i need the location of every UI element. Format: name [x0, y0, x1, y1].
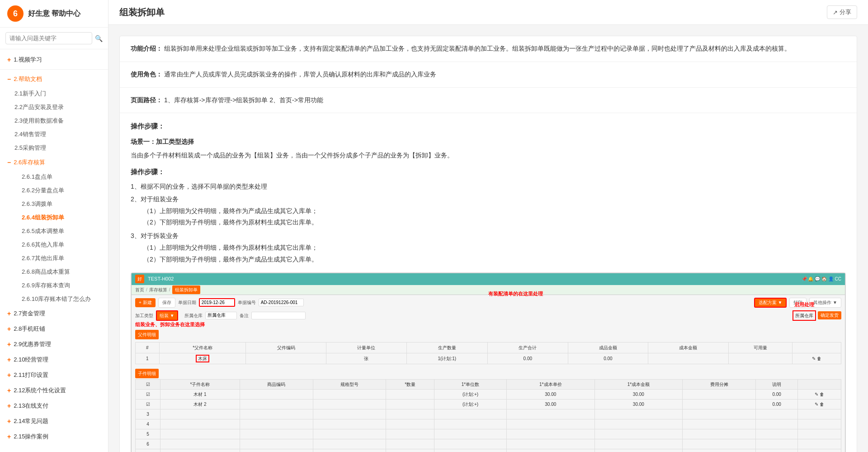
main-content: 组装拆卸单 ↗ 分享 功能介绍： 组装拆卸单用来处理企业组装或拆卸等加工业务，支…: [108, 0, 868, 452]
intro-label: 功能介绍：: [131, 45, 162, 52]
mock-sth-note: 说明: [756, 379, 798, 389]
nav-item-label: 2.6库存核算: [14, 158, 45, 167]
table-row: 6: [136, 439, 841, 449]
plus-icon-8: +: [7, 387, 11, 394]
sidebar-item-finance[interactable]: + 2.7资金管理: [0, 306, 108, 321]
mock-th-code: 父件编码: [246, 342, 326, 353]
mock-th-qty: 生产数量: [406, 342, 488, 353]
sidebar-item-print[interactable]: + 2.11打印设置: [0, 367, 108, 383]
sidebar-item-other-in[interactable]: 2.6.6其他入库单: [0, 238, 108, 252]
mock-th-ops: [792, 342, 841, 353]
mock-td-total: 0.00: [488, 353, 568, 364]
nav-item-label: 2.帮助文档: [14, 75, 42, 83]
top-bar: 组装拆卸单 ↗ 分享: [108, 0, 868, 25]
sidebar-item-ops[interactable]: + 2.10经营管理: [0, 352, 108, 367]
mock-id-input[interactable]: [259, 299, 304, 306]
sidebar-item-data-prep[interactable]: 2.3使用前数据准备: [0, 114, 108, 128]
mock-th-total: 生产合计: [488, 342, 568, 353]
mock-date-input[interactable]: [199, 298, 235, 307]
nav-item-label: 2.15操作案例: [14, 433, 48, 441]
step3-sub2: （2）下部明细为子件明细，最终作为产成品生成其它入库单。: [143, 254, 846, 265]
mock-std-cost-price: 30.00: [507, 389, 595, 399]
plus-icon-4: +: [7, 325, 11, 333]
step3-sub1: （1）上部明细为父件明细，最终作为原材料生成其它出库单；: [143, 243, 846, 253]
scene1-desc: 当由多个子件材料组装成一个成品的业务为【组装】业务，当由一个父件拆分成多个子产品…: [131, 150, 846, 161]
table-row: 7: [136, 449, 841, 452]
table-row: ☑ 木材 2 (计划:+) 30.00 30.00: [136, 399, 841, 409]
nav-item-label: 2.10经营管理: [14, 356, 48, 364]
nav-item-label: 2.13在线支付: [14, 402, 48, 410]
path-block: 页面路径： 1、库存核算->库存管理->组装拆卸单 2、首页->常用功能: [120, 88, 857, 114]
sidebar-item-payment[interactable]: + 2.13在线支付: [0, 398, 108, 414]
nav-item-label: 2.8手机旺铺: [14, 325, 45, 333]
sidebar-item-help-docs[interactable]: − 2.帮助文档: [0, 71, 108, 87]
sidebar-item-stocktake[interactable]: 2.6.1盘点单: [0, 170, 108, 184]
sidebar-item-partial-stocktake[interactable]: 2.6.2分量盘点单: [0, 184, 108, 197]
sidebar-item-cost-adj[interactable]: 2.6.5成本调整单: [0, 224, 108, 238]
sidebar-item-other-out[interactable]: 2.6.7其他出库单: [0, 252, 108, 265]
mock-type-row: 加工类型 组装 ▼ 所属仓库 备注 所属仓库 确定发货: [135, 310, 841, 321]
sidebar-item-faq[interactable]: + 2.14常见问题: [0, 414, 108, 429]
sidebar-item-coupon[interactable]: + 2.9优惠券管理: [0, 337, 108, 352]
sidebar-item-cases[interactable]: + 2.15操作案例: [0, 429, 108, 444]
sidebar-item-inv-ledger[interactable]: 2.6.9库存账本查询: [0, 279, 108, 292]
mock-nav-icons: 📌 🔔 💬 🏠 👤 CC: [802, 275, 841, 283]
nav-item-label: 1.视频学习: [14, 56, 42, 64]
annotation-type-select: 组装业务、拆卸业务在这里选择: [135, 320, 205, 329]
sidebar-item-inventory[interactable]: − 2.6库存核算: [0, 155, 108, 170]
mock-parent-table: # *父件名称 父件编码 计量单位 生产数量 生产合计 成品金额 成本金额: [135, 342, 841, 364]
minus-icon-2: −: [7, 159, 11, 166]
sidebar-item-inv-fix[interactable]: 2.6.10库存账本错了怎么办: [0, 292, 108, 306]
search-input[interactable]: [5, 32, 92, 44]
search-box: 🔍: [0, 28, 108, 49]
sidebar-item-assembly[interactable]: 2.6.4组装拆卸单: [0, 211, 108, 224]
plus-icon-6: +: [7, 356, 11, 363]
step1: 1、根据不同的业务，选择不同单据的类型来处理: [131, 181, 846, 192]
mock-sth-name: *子件名称: [160, 379, 240, 389]
mock-std-cost-amt: 30.00: [594, 389, 683, 399]
step2: 2、对于组装业务: [131, 194, 846, 205]
sidebar-item-transfer[interactable]: 2.6.3调拨单: [0, 197, 108, 211]
mock-subnav-sep: /: [146, 286, 147, 294]
search-button[interactable]: 🔍: [95, 35, 103, 42]
mock-th-seq: #: [136, 342, 160, 353]
mock-subnav-inv: 库存核算: [149, 286, 167, 294]
sidebar-item-beginner[interactable]: 2.1新手入门: [0, 87, 108, 100]
step3-subs: （1）上部明细为父件明细，最终作为原材料生成其它出库单； （2）下部明细为子件明…: [131, 243, 846, 265]
mock-td-prod-cost: 0.00: [568, 353, 648, 364]
mock-std-note: 0.00: [756, 389, 798, 399]
mock-child-table: ☑ *子件名称 商品编码 规格型号 *数量 1*单位数 1*成本单价: [135, 379, 841, 452]
sidebar-item-cost-recalc[interactable]: 2.6.8商品成本重算: [0, 265, 108, 279]
mock-warehouse-input[interactable]: [205, 312, 237, 319]
mock-process-btn[interactable]: 选配方案 ▼: [754, 298, 787, 308]
minus-icon: −: [7, 76, 11, 83]
sidebar-item-sales[interactable]: 2.4销售管理: [0, 128, 108, 141]
mock-std-code: [240, 389, 313, 399]
mock-save-btn[interactable]: 保存: [158, 298, 175, 308]
table-row: 5: [136, 429, 841, 439]
sidebar-item-install[interactable]: 2.2产品安装及登录: [0, 100, 108, 114]
ops-block: 操作步骤： 场景一：加工类型选择 当由多个子件材料组装成一个成品的业务为【组装】…: [120, 113, 857, 452]
plus-icon-11: +: [7, 433, 11, 440]
mock-new-btn[interactable]: + 新建: [135, 298, 156, 307]
mock-confirm-btn[interactable]: 确定发货: [818, 311, 841, 319]
mock-sth-spec: 规格型号: [313, 379, 386, 389]
share-button[interactable]: ↗ 分享: [827, 5, 857, 19]
sidebar-item-personalize[interactable]: + 2.12系统个性化设置: [0, 383, 108, 398]
plus-icon-9: +: [7, 402, 11, 409]
mock-td-action: ✎ 🗑: [792, 353, 841, 364]
mock-std-alloc: [683, 389, 756, 399]
mock-th-mat-cost: 成本金额: [648, 342, 729, 353]
mock-type-select[interactable]: 组装 ▼: [156, 310, 178, 321]
sidebar-item-mobile[interactable]: + 2.8手机旺铺: [0, 321, 108, 337]
nav-item-label: 2.11打印设置: [14, 371, 48, 379]
mock-form-area: + 新建 保存 单据日期 单据编号 有装配清单的在这里处理 选配方案 ▼ 打印: [132, 295, 845, 452]
sidebar-item-video-learning[interactable]: + 1.视频学习: [0, 52, 108, 67]
table-row: ☑ 木材 1 (计划:+) 30.00 30.00: [136, 389, 841, 399]
mock-std-spec: [313, 389, 386, 399]
sidebar-item-purchase[interactable]: 2.5采购管理: [0, 141, 108, 155]
mock-remark-input[interactable]: [251, 312, 306, 319]
step-subtitle: 操作步骤：: [131, 166, 846, 178]
mock-remark-label: 备注: [240, 312, 249, 319]
mock-subnav-text: 首页: [135, 286, 144, 294]
